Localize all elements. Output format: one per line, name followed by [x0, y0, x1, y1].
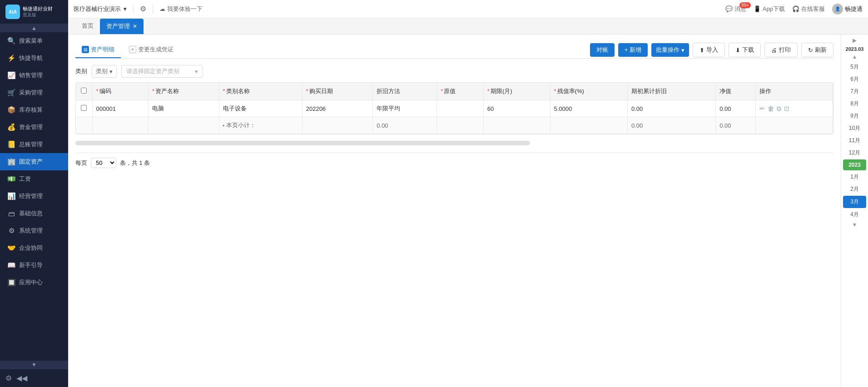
company-selector[interactable]: 医疗器械行业演示 ▾: [74, 5, 127, 13]
row-original-value: [437, 100, 483, 117]
horizontal-scrollbar[interactable]: [75, 141, 530, 145]
category-input[interactable]: 请选择固定资产类别 ▾: [121, 65, 203, 78]
edit-icon[interactable]: ✏: [759, 105, 765, 112]
chart-icon: 📈: [7, 71, 15, 79]
row-name: 电脑: [149, 100, 219, 117]
row-period: 60: [483, 100, 550, 117]
download-button[interactable]: ⬇ 下载: [729, 43, 761, 57]
calendar-down-arrow[interactable]: ▼: [852, 221, 858, 229]
sidebar-item-label: 基础信息: [19, 209, 43, 218]
sidebar-scroll-down[interactable]: ▼: [0, 361, 68, 369]
sidebar-item-guide[interactable]: 📖 新手引导: [0, 257, 68, 274]
message-btn[interactable]: 💬 消息 99+: [725, 5, 746, 13]
new-button[interactable]: + 新增: [618, 43, 648, 57]
sidebar-item-system[interactable]: ⚙ 系统管理: [0, 222, 68, 239]
collapse-icon[interactable]: ◀◀: [16, 374, 27, 382]
search-icon: 🔍: [7, 37, 15, 45]
th-ops: 操作: [756, 83, 833, 100]
settings-icon[interactable]: ⚙: [5, 374, 12, 382]
sidebar-item-capital[interactable]: 💰 资金管理: [0, 119, 68, 136]
th-net-value: 净值: [716, 83, 756, 100]
sidebar-item-label: 库存核算: [19, 106, 43, 114]
copy-icon[interactable]: ⧉: [777, 105, 781, 113]
th-checkbox: [76, 83, 92, 100]
tab-asset-label: 资产管理: [106, 22, 130, 30]
sidebar-item-stock[interactable]: 📦 库存核算: [0, 101, 68, 119]
subtotal-original-value: 0.00: [373, 117, 437, 134]
topbar: 医疗器械行业演示 ▾ ⚙ ☁ 我要体验一下 💬 消息 99+ 📱 App下载 🎧…: [68, 0, 868, 18]
tab-home[interactable]: 首页: [75, 18, 100, 35]
message-icon: 💬: [725, 5, 733, 12]
calendar-month-5[interactable]: 5月: [841, 61, 868, 73]
sidebar-item-ledger[interactable]: 📒 总账管理: [0, 136, 68, 153]
avatar: 👤: [832, 4, 843, 15]
more-icon[interactable]: ⊡: [784, 105, 789, 112]
import-button[interactable]: ⬆ 导入: [693, 43, 725, 57]
batch-ops-button[interactable]: 批量操作 ▾: [651, 43, 689, 57]
sidebar-item-wages[interactable]: 💵 工资: [0, 170, 68, 188]
sidebar-nav: 🔍 搜索菜单 ⚡ 快捷导航 📈 销售管理 🛒 采购管理 📦 库存核算 💰 资金管…: [0, 32, 68, 361]
sidebar-item-apps[interactable]: 🔲 应用中心: [0, 274, 68, 291]
topbar-divider2: [153, 5, 153, 14]
row-category: 电子设备: [219, 100, 302, 117]
subtotal-empty8: [756, 117, 833, 134]
sidebar-item-label: 新手引导: [19, 261, 43, 269]
select-all-checkbox[interactable]: [81, 88, 87, 94]
user-profile-btn[interactable]: 👤 畅捷通: [832, 4, 863, 15]
print-icon: 🖨: [771, 47, 777, 54]
tabs-bar: 首页 资产管理 ✕: [68, 18, 868, 35]
calendar-month-12[interactable]: 12月: [841, 147, 868, 159]
tab-close-icon[interactable]: ✕: [133, 23, 137, 30]
sidebar-item-label: 快捷导航: [19, 54, 43, 62]
calendar-month-10[interactable]: 10月: [841, 122, 868, 134]
company-name: 医疗器械行业演示: [74, 5, 121, 13]
collab-icon: 🤝: [7, 244, 15, 252]
sidebar-item-purchase[interactable]: 🛒 采购管理: [0, 84, 68, 101]
sidebar-item-operations[interactable]: 📊 经营管理: [0, 188, 68, 205]
row-checkbox[interactable]: [81, 105, 87, 111]
delete-icon[interactable]: 🗑: [768, 105, 774, 112]
subtab-change-voucher[interactable]: ≡ 变更生成凭证: [123, 42, 180, 58]
calendar-up-arrow[interactable]: ▲: [852, 53, 858, 61]
calendar-month-1[interactable]: 1月: [841, 171, 868, 183]
sidebar-item-enterprise[interactable]: 🤝 企业协同: [0, 239, 68, 257]
calendar-month-8[interactable]: 8月: [841, 98, 868, 110]
app-download-btn[interactable]: 📱 App下载: [754, 5, 785, 13]
th-residual-rate: *残值率(%): [550, 83, 627, 100]
online-service-btn[interactable]: 🎧 在线客服: [792, 5, 825, 13]
sidebar-item-quicknav[interactable]: ⚡ 快捷导航: [0, 50, 68, 67]
sidebar-scroll-up[interactable]: ▲: [0, 24, 68, 32]
subtab-asset-detail[interactable]: ▤ 资产明细: [75, 42, 121, 58]
money-icon: 💰: [7, 123, 15, 131]
print-button[interactable]: 🖨 打印: [764, 43, 798, 57]
sidebar-item-fixedasset[interactable]: 🏢 固定资产: [0, 153, 68, 170]
refresh-button[interactable]: ↻ 刷新: [801, 43, 833, 57]
th-period: *期限(月): [483, 83, 550, 100]
calendar-collapse-icon[interactable]: ▶: [853, 36, 857, 45]
pagination: 每页 20 50 100 条，共 1 条: [75, 153, 833, 168]
sidebar-item-sales[interactable]: 📈 销售管理: [0, 67, 68, 84]
calendar-month-6[interactable]: 6月: [841, 73, 868, 85]
calendar-month-3[interactable]: 3月: [843, 196, 866, 208]
sidebar-item-search[interactable]: 🔍 搜索菜单: [0, 32, 68, 50]
right-panel-calendar: ▶ 2023.03 ▲ 5月 6月 7月 8月 9月 10月 11月 12月 2…: [841, 35, 868, 387]
row-initial-depreciation: 0.00: [627, 100, 715, 117]
calendar-month-9[interactable]: 9月: [841, 110, 868, 122]
topbar-settings-icon[interactable]: ⚙: [140, 5, 146, 13]
calendar-month-4[interactable]: 4月: [841, 208, 868, 221]
subtotal-net-value: 0.00: [716, 117, 756, 134]
sidebar-item-basic[interactable]: 🗃 基础信息: [0, 205, 68, 222]
tab-asset[interactable]: 资产管理 ✕: [100, 19, 144, 34]
row-checkbox-cell[interactable]: [76, 100, 92, 117]
experience-btn[interactable]: ☁ 我要体验一下: [159, 5, 203, 13]
subtotal-empty3: [149, 117, 219, 134]
wage-icon: 💵: [7, 175, 15, 183]
per-page-select[interactable]: 20 50 100: [91, 158, 116, 168]
calendar-month-7[interactable]: 7月: [841, 85, 868, 98]
calendar-month-2[interactable]: 2月: [841, 183, 868, 195]
calendar-month-11[interactable]: 11月: [841, 134, 868, 147]
sidebar-item-label: 经营管理: [19, 192, 43, 200]
tab-home-label: 首页: [82, 22, 94, 29]
category-type-select[interactable]: 类别 ▾: [92, 65, 117, 78]
reconcile-button[interactable]: 对账: [590, 43, 615, 57]
